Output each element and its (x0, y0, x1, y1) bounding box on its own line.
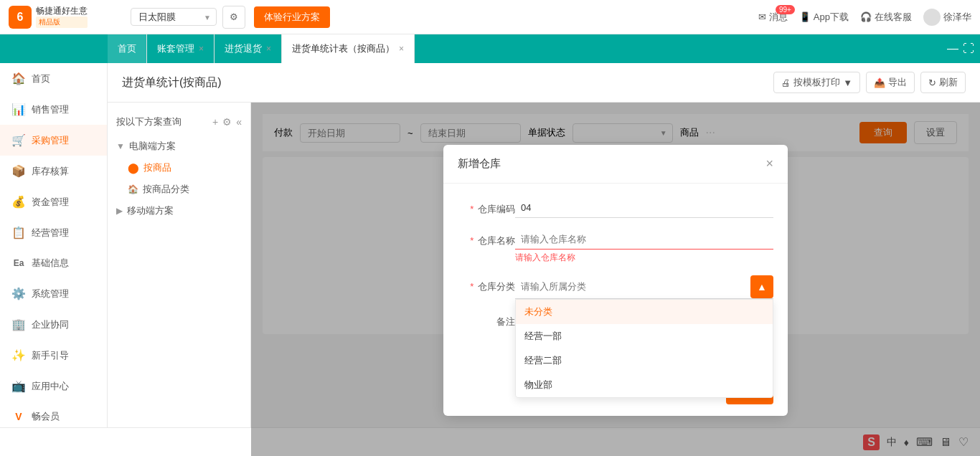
main-layout: 🏠 首页 📊 销售管理 🛒 采购管理 📦 库存核算 💰 资金管理 📋 经营管理 … (0, 63, 980, 456)
refresh-button[interactable]: ↻ 刷新 (920, 72, 966, 93)
tree-item-mobile[interactable]: ▶ 移动端方案 (108, 200, 250, 222)
basic-info-icon: Ea (11, 258, 26, 268)
left-panel-icons: + ⚙ « (212, 116, 242, 128)
message-badge: 99+ (776, 5, 795, 14)
tabs-bar: 首页 账套管理 × 进货退货 × 进货单统计表（按商品） × — ⛶ (0, 34, 980, 63)
category-dropdown-list: 未分类 经营一部 经营二部 物业部 (515, 299, 773, 398)
sidebar-item-purchase[interactable]: 🛒 采购管理 (0, 125, 107, 156)
sidebar-item-inventory[interactable]: 📦 库存核算 (0, 156, 107, 186)
settings-gear-button[interactable]: ⚙ (222, 6, 245, 29)
appcenter-icon: 📺 (11, 379, 26, 393)
tab-purchase-stats[interactable]: 进货单统计表（按商品） × (282, 34, 415, 63)
logo-text: 畅捷通好生意 (36, 6, 88, 17)
sidebar-item-operations[interactable]: 📋 经营管理 (0, 217, 107, 248)
tab-purchase-stats-close-icon[interactable]: × (399, 44, 404, 54)
refresh-icon: ↻ (928, 77, 936, 88)
category-scheme-icon: 🏠 (128, 184, 138, 194)
tab-accounts-close-icon[interactable]: × (199, 44, 204, 54)
tree-expand-mobile-icon: ▶ (116, 206, 123, 216)
tree-by-product-label: 按商品 (143, 161, 171, 174)
refresh-label: 刷新 (939, 76, 958, 89)
sidebar-system-label: 系统管理 (32, 288, 69, 300)
warehouse-name-error: 请输入仓库名称 (515, 252, 773, 264)
content-area: 进货单统计(按商品) 🖨 按模板打印 ▼ 📤 导出 ↻ 刷新 (108, 63, 980, 456)
print-dropdown-icon: ▼ (843, 77, 852, 88)
guide-icon: ✨ (11, 348, 26, 362)
tree-subitem-by-category[interactable]: 🏠 按商品分类 (108, 179, 250, 200)
operations-icon: 📋 (11, 226, 26, 239)
tree-item-desktop[interactable]: ▼ 电脑端方案 (108, 136, 250, 157)
tab-purchase-return-close-icon[interactable]: × (266, 44, 271, 54)
modal-overlay[interactable]: 新增仓库 × * 仓库编码 (251, 103, 980, 456)
tabs-end-buttons: — ⛶ (941, 34, 980, 63)
sidebar-member-label: 畅会员 (32, 410, 60, 423)
page-title: 进货单统计(按商品) (122, 75, 222, 90)
try-industry-button[interactable]: 体验行业方案 (254, 6, 330, 28)
app-logo-icon: 6 (9, 6, 32, 29)
sidebar-item-sales[interactable]: 📊 销售管理 (0, 94, 107, 125)
page-actions: 🖨 按模板打印 ▼ 📤 导出 ↻ 刷新 (773, 72, 966, 93)
tab-minimize-icon[interactable]: — (947, 42, 958, 55)
print-icon: 🖨 (781, 77, 791, 88)
sidebar-item-enterprise[interactable]: 🏢 企业协同 (0, 309, 107, 340)
store-select[interactable]: 日太阳膜 (131, 8, 217, 26)
user-menu-button[interactable]: 徐泽华 (923, 9, 971, 26)
right-panel: 付款 ~ 单据状态 ▼ 商品 ··· 查询 (251, 103, 980, 456)
app-download-button[interactable]: 📱 App下载 (799, 11, 849, 24)
tab-accounts[interactable]: 账套管理 × (147, 34, 215, 63)
sidebar-item-appcenter[interactable]: 📺 应用中心 (0, 371, 107, 402)
sidebar-item-system[interactable]: ⚙️ 系统管理 (0, 278, 107, 309)
tab-maximize-icon[interactable]: ⛶ (963, 42, 974, 55)
sidebar-item-finance[interactable]: 💰 资金管理 (0, 186, 107, 217)
warehouse-category-row: * 仓库分类 ▲ 未分 (458, 275, 773, 299)
sales-icon: 📊 (11, 103, 26, 116)
dropdown-option-ops1[interactable]: 经营一部 (516, 324, 773, 348)
sidebar-enterprise-label: 企业协同 (32, 318, 69, 331)
tree-by-category-label: 按商品分类 (143, 183, 189, 196)
sidebar-item-guide[interactable]: ✨ 新手引导 (0, 340, 107, 371)
left-panel: 按以下方案查询 + ⚙ « ▼ 电脑端方案 ⬤ 按商品 🏠 (108, 103, 251, 456)
active-scheme-icon: ⬤ (128, 162, 139, 174)
collapse-icon[interactable]: « (236, 116, 242, 128)
sidebar-appcenter-label: 应用中心 (32, 380, 69, 393)
tab-home[interactable]: 首页 (108, 34, 147, 63)
modal-close-icon[interactable]: × (765, 156, 773, 171)
sidebar-item-home[interactable]: 🏠 首页 (0, 63, 107, 94)
online-service-button[interactable]: 🎧 在线客服 (860, 11, 912, 24)
export-label: 导出 (888, 76, 907, 89)
sidebar-item-basic[interactable]: Ea 基础信息 (0, 248, 107, 278)
system-icon: ⚙️ (11, 287, 26, 300)
store-select-area: 日太阳膜 ▼ ⚙ 体验行业方案 (131, 6, 330, 29)
message-button[interactable]: ✉ 消息 99+ (758, 11, 788, 24)
tree-mobile-label: 移动端方案 (127, 204, 174, 217)
warehouse-code-input[interactable] (515, 198, 773, 218)
home-icon: 🏠 (11, 72, 26, 85)
left-panel-title: 按以下方案查询 (116, 115, 182, 128)
tab-purchase-return[interactable]: 进货退货 × (215, 34, 282, 63)
dropdown-option-ops2[interactable]: 经营二部 (516, 348, 773, 373)
edit-scheme-icon[interactable]: ⚙ (222, 116, 232, 128)
warehouse-code-label: * 仓库编码 (458, 198, 515, 216)
tree-subitem-by-product[interactable]: ⬤ 按商品 (108, 157, 250, 179)
category-dropdown-toggle[interactable]: ▲ (750, 275, 773, 298)
modal-header: 新增仓库 × (443, 145, 788, 184)
sidebar-guide-label: 新手引导 (32, 349, 69, 362)
tab-purchase-return-label: 进货退货 (225, 42, 262, 55)
username-label: 徐泽华 (943, 11, 971, 24)
left-panel-header: 按以下方案查询 + ⚙ « (108, 111, 250, 136)
add-scheme-icon[interactable]: + (212, 116, 218, 128)
print-label: 按模板打印 (793, 76, 840, 89)
warehouse-category-input[interactable] (515, 277, 750, 296)
sidebar-finance-label: 资金管理 (32, 196, 69, 209)
sidebar-home-label: 首页 (32, 72, 50, 85)
inventory-icon: 📦 (11, 164, 26, 178)
modal-body: * 仓库编码 * 仓库名称 (443, 184, 788, 374)
app-download-label: App下载 (814, 11, 849, 24)
dropdown-option-property[interactable]: 物业部 (516, 373, 773, 397)
dropdown-option-uncategorized[interactable]: 未分类 (516, 300, 773, 324)
user-avatar (923, 9, 941, 26)
print-button[interactable]: 🖨 按模板打印 ▼ (773, 72, 860, 93)
logo-sub: 精品版 (36, 16, 88, 28)
warehouse-name-input[interactable] (515, 229, 773, 250)
export-button[interactable]: 📤 导出 (866, 72, 915, 93)
